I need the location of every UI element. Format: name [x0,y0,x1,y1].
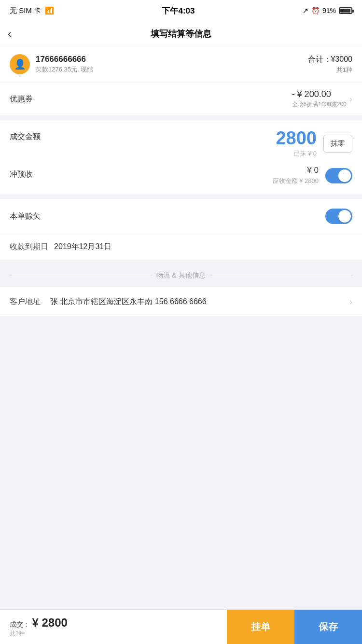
footer-amount-row: 成交： ¥ 2800 [10,616,217,630]
user-right: 合计：¥3000 共1种 [308,55,353,74]
user-row: 👤 17666666666 欠款1276.35元, 现结 合计：¥3000 共1… [0,46,362,82]
wifi-icon: 📶 [45,6,54,15]
status-bar: 无 SIM 卡 📶 下午4:03 ↗ ⏰ 91% [0,0,362,21]
avatar-icon: 👤 [14,58,26,70]
avatar: 👤 [10,54,30,74]
address-label: 客户地址 [10,296,41,307]
arrearage-toggle[interactable] [325,209,352,224]
back-button[interactable]: ‹ [8,27,12,41]
prereceive-right: ¥ 0 应收金额 ¥ 2800 [273,166,352,185]
coupon-label: 优惠券 [10,94,33,104]
bottom-gray-area [0,316,362,393]
user-count: 共1种 [308,66,353,74]
chevron-right-icon: › [349,94,352,104]
amount-big-value: 2800 [276,129,317,147]
prereceive-row: 冲预收 ¥ 0 应收金额 ¥ 2800 [0,161,362,194]
main-content: 👤 17666666666 欠款1276.35元, 现结 合计：¥3000 共1… [0,46,362,393]
nav-bar: ‹ 填写结算等信息 [0,21,362,46]
logistics-label: 物流 & 其他信息 [156,271,205,280]
battery-percent: 91% [322,7,336,14]
prereceive-sub: 应收金额 ¥ 2800 [273,177,319,185]
amount-sub-value: 已抹 ¥ 0 [276,149,317,158]
footer-amount-block: 成交： ¥ 2800 共1种 [0,616,227,638]
status-right: ↗ ⏰ 91% [303,7,352,14]
coupon-row[interactable]: 优惠券 - ¥ 200.00 全场6折满1000减200 › [0,82,362,115]
carrier-text: 无 SIM 卡 [10,6,41,15]
prereceive-value: ¥ 0 [273,166,319,175]
amount-right: 2800 已抹 ¥ 0 抹零 [276,129,352,158]
address-value: 张 北京市市辖区海淀区永丰南 156 6666 6666 [50,296,346,308]
amount-value-block: 2800 已抹 ¥ 0 [276,129,317,158]
save-button[interactable]: 保存 [294,610,362,644]
due-date-value: 2019年12月31日 [54,242,111,252]
status-left: 无 SIM 卡 📶 [10,6,54,15]
due-date-row: 收款到期日 2019年12月31日 [0,234,362,260]
user-info: 17666666666 欠款1276.35元, 现结 [36,55,93,74]
alarm-icon: ⏰ [311,7,320,14]
address-row[interactable]: 客户地址 张 北京市市辖区海淀区永丰南 156 6666 6666 › [0,287,362,316]
user-sub-info: 欠款1276.35元, 现结 [36,65,93,74]
amount-label: 成交金额 [10,129,41,142]
amount-row: 成交金额 2800 已抹 ¥ 0 抹零 [0,120,362,161]
prereceive-value-block: ¥ 0 应收金额 ¥ 2800 [273,166,319,185]
status-time: 下午4:03 [162,5,195,16]
logistics-line-left [10,276,152,276]
coupon-right: - ¥ 200.00 全场6折满1000减200 › [292,89,352,109]
user-total: 合计：¥3000 [308,55,353,65]
coupon-value-block: - ¥ 200.00 全场6折满1000减200 [292,89,347,109]
user-left: 👤 17666666666 欠款1276.35元, 现结 [10,54,93,74]
footer-amount-value: ¥ 2800 [32,616,67,629]
address-chevron-icon: › [349,296,352,307]
amount-card: 成交金额 2800 已抹 ¥ 0 抹零 冲预收 ¥ 0 应收金额 ¥ 2800 [0,120,362,194]
logistics-line-right [210,276,352,276]
battery-icon [339,7,352,14]
arrearage-label: 本单赊欠 [10,211,41,222]
footer-amount-label: 成交： [10,620,30,628]
prereceive-toggle[interactable] [325,168,352,183]
footer-bar: 成交： ¥ 2800 共1种 挂单 保存 [0,609,362,644]
logistics-header: 物流 & 其他信息 [0,265,362,287]
page-title: 填写结算等信息 [151,28,211,40]
footer-count: 共1种 [10,630,217,638]
round-zero-button[interactable]: 抹零 [323,135,352,153]
user-phone: 17666666666 [36,55,93,64]
arrearage-card: 本单赊欠 收款到期日 2019年12月31日 [0,199,362,260]
due-date-label: 收款到期日 [10,242,48,252]
arrearage-row: 本单赊欠 [0,199,362,234]
coupon-value: - ¥ 200.00 [292,89,347,99]
hold-order-button[interactable]: 挂单 [227,610,294,644]
prereceive-label: 冲预收 [10,166,33,180]
user-card: 👤 17666666666 欠款1276.35元, 现结 合计：¥3000 共1… [0,46,362,115]
location-icon: ↗ [303,7,308,14]
coupon-desc: 全场6折满1000减200 [292,100,347,109]
